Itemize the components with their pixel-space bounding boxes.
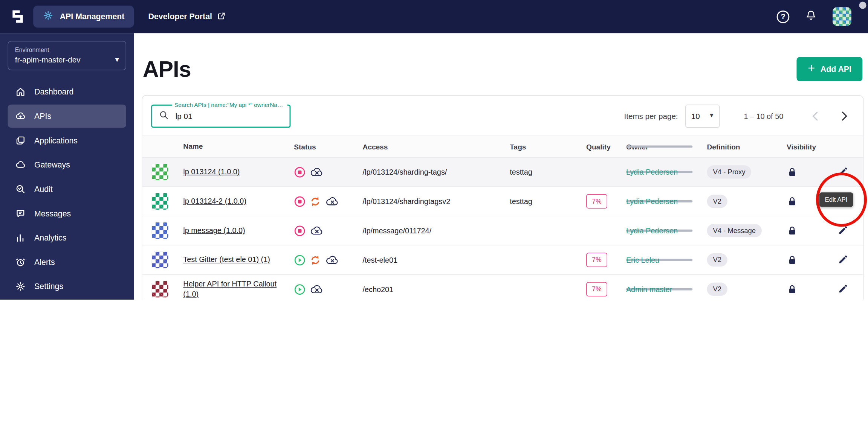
cloud-x-icon <box>325 254 340 266</box>
out-of-sync-icon <box>309 254 321 266</box>
api-avatar <box>152 193 168 210</box>
sidebar-nav: Dashboard APIs Applications Gateways Aud… <box>8 80 126 298</box>
cog-icon <box>43 10 53 23</box>
sidebar: Environment fr-apim-master-dev ▾ Dashboa… <box>0 33 134 300</box>
pagination-range: 1 – 10 of 50 <box>744 112 783 120</box>
api-name-link[interactable]: lp 013124 (1.0.0) <box>183 168 240 176</box>
edit-api-button[interactable] <box>833 250 854 271</box>
corner-dot <box>859 2 866 9</box>
stopped-icon <box>294 225 306 236</box>
sidebar-item-label: Messages <box>34 209 71 218</box>
pencil-icon <box>837 166 848 178</box>
sidebar-item-alerts[interactable]: Alerts <box>8 251 126 274</box>
sidebar-item-applications[interactable]: Applications <box>8 129 126 152</box>
external-link-icon <box>217 11 226 22</box>
caret-down-icon: ▾ <box>115 55 119 64</box>
sidebar-item-settings[interactable]: Settings <box>8 275 126 298</box>
started-icon <box>294 283 306 295</box>
gravitee-logo-icon <box>10 9 25 24</box>
api-access-path: /echo201 <box>361 285 504 293</box>
definition-chip: V2 <box>707 253 727 266</box>
api-owner: Admin master <box>626 285 672 293</box>
pencil-icon <box>837 283 848 296</box>
sidebar-item-messages[interactable]: Messages <box>8 202 126 225</box>
bar-chart-icon <box>14 232 26 243</box>
environment-selector[interactable]: Environment fr-apim-master-dev ▾ <box>8 41 126 70</box>
pencil-icon <box>837 224 848 237</box>
api-management-nav[interactable]: API Management <box>33 6 134 28</box>
plus-icon: + <box>808 62 815 75</box>
api-avatar <box>152 164 168 180</box>
api-name-link[interactable]: Helper API for HTTP Callout (1.0) <box>183 280 277 298</box>
audit-icon <box>14 184 26 195</box>
user-avatar[interactable] <box>833 7 851 26</box>
api-table: Name Status Access Tags Quality Owner De… <box>142 136 863 300</box>
sidebar-item-label: APIs <box>34 112 51 121</box>
cloud-icon <box>14 159 26 170</box>
sidebar-item-dashboard[interactable]: Dashboard <box>8 80 126 104</box>
col-quality: Quality <box>582 142 617 151</box>
col-definition: Definition <box>700 142 781 151</box>
api-owner: Eric Leleu <box>626 256 659 264</box>
edit-api-button[interactable] <box>833 220 854 241</box>
sidebar-item-label: Alerts <box>34 258 55 267</box>
api-access-path: /lp/013124/sharding-tags/ <box>361 168 504 176</box>
lock-icon <box>787 166 827 177</box>
api-owner: Lydia Pedersen <box>626 227 678 235</box>
api-tags: testtag <box>504 197 582 206</box>
table-header: Name Status Access Tags Quality Owner De… <box>142 136 863 158</box>
previous-page-button[interactable] <box>809 110 822 123</box>
question-glyph: ? <box>781 12 785 21</box>
api-avatar <box>152 281 168 297</box>
sidebar-item-audit[interactable]: Audit <box>8 178 126 201</box>
sidebar-item-analytics[interactable]: Analytics <box>8 226 126 250</box>
next-page-button[interactable] <box>837 110 851 123</box>
definition-chip: V2 <box>707 195 727 208</box>
add-api-button[interactable]: + Add API <box>797 57 862 81</box>
status-icons <box>292 166 360 178</box>
pencil-icon <box>837 254 848 266</box>
top-bar: API Management Developer Portal ? <box>0 0 868 33</box>
search-input[interactable] <box>174 111 271 121</box>
api-name-link[interactable]: Test Gitter (test ele 01) (1) <box>183 256 270 264</box>
api-name-link[interactable]: lp 013124-2 (1.0.0) <box>183 197 246 205</box>
api-name-link[interactable]: lp message (1.0.0) <box>183 226 245 234</box>
col-status: Status <box>292 142 360 151</box>
api-tags: testtag <box>504 168 582 176</box>
edit-api-button[interactable] <box>833 161 854 183</box>
items-per-page-select[interactable]: 10 ▾ <box>685 105 720 128</box>
quality-badge: 7% <box>586 194 607 209</box>
sidebar-item-gateways[interactable]: Gateways <box>8 153 126 177</box>
sidebar-item-apis[interactable]: APIs <box>8 105 126 128</box>
lock-icon <box>787 254 827 265</box>
search-icon <box>159 110 169 122</box>
gear-icon <box>14 281 26 292</box>
alarm-clock-icon <box>14 257 26 268</box>
edit-api-button[interactable] <box>833 279 854 300</box>
quality-badge: 7% <box>586 253 607 267</box>
table-row: lp message (1.0.0) /lp/message/011724/ L… <box>142 216 863 246</box>
developer-portal-link[interactable]: Developer Portal <box>148 11 226 22</box>
out-of-sync-icon <box>309 195 321 207</box>
app-window: API Management Developer Portal ? Enviro… <box>0 0 868 300</box>
col-visibility: Visibility <box>781 142 826 151</box>
search-field[interactable]: Search APIs | name:"My api *" ownerName.… <box>151 105 290 128</box>
bell-icon[interactable] <box>805 9 817 24</box>
environment-label: Environment <box>15 46 119 53</box>
api-access-path: /lp/message/011724/ <box>361 227 504 235</box>
quality-badge: 7% <box>586 282 607 296</box>
cloud-x-icon <box>309 283 324 295</box>
lock-icon <box>787 225 827 236</box>
lock-icon <box>787 284 827 295</box>
sidebar-item-label: Gateways <box>34 160 70 169</box>
cloud-x-icon <box>309 166 324 178</box>
status-icons <box>292 254 360 266</box>
home-icon <box>14 86 26 97</box>
cloud-x-icon <box>309 225 324 236</box>
sidebar-item-label: Analytics <box>34 233 66 242</box>
help-icon[interactable]: ? <box>777 10 790 23</box>
table-row: lp 013124-2 (1.0.0) /lp/013124/shardingt… <box>142 187 863 216</box>
api-avatar <box>152 222 168 239</box>
definition-chip: V4 - Proxy <box>707 165 751 178</box>
table-row: lp 013124 (1.0.0) /lp/013124/sharding-ta… <box>142 158 863 187</box>
